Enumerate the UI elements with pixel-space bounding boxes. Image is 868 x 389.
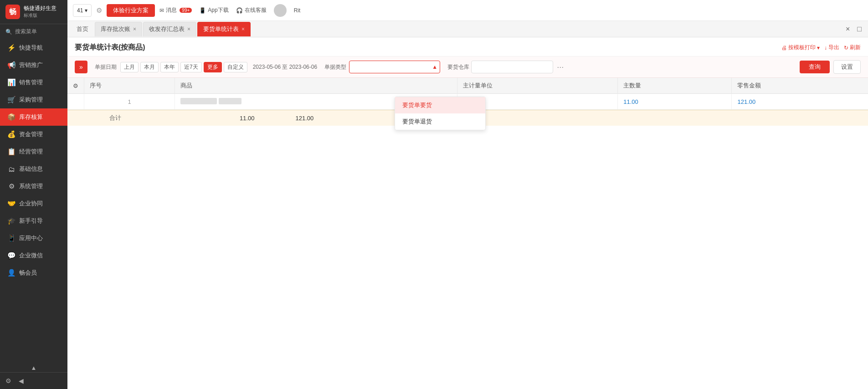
app-title: 畅捷通好生意 <box>24 5 56 12</box>
basic-icon: 🗂 <box>7 165 15 173</box>
messages-item[interactable]: ✉ 消息 99+ <box>159 6 192 14</box>
guide-icon: 🎓 <box>7 217 15 225</box>
org-selector[interactable]: 41 ▾ <box>73 4 92 17</box>
sidebar-item-sales[interactable]: 📊销售管理 <box>0 74 67 91</box>
tab-actions: × □ <box>843 24 864 34</box>
tab-label-order-stats: 要货单统计表 <box>203 25 239 33</box>
main-area: 41 ▾ ⚙ 体验行业方案 ✉ 消息 99+ 📱 App下载 🎧 在线客服 Ri… <box>67 0 868 389</box>
search-menu[interactable]: 🔍 搜索菜单 <box>0 24 67 39</box>
topbar-right: ✉ 消息 99+ 📱 App下载 🎧 在线客服 Rit <box>159 4 300 17</box>
dropdown-item-purchase-return[interactable]: 要货单退货 <box>395 113 485 130</box>
type-select-input[interactable] <box>349 61 440 73</box>
sidebar-item-marketing[interactable]: 📢营销推广 <box>0 56 67 74</box>
th-quantity: 主数量 <box>618 78 732 94</box>
date-btn-3[interactable]: 近7天 <box>180 62 202 72</box>
tab-close-order-stats[interactable]: × <box>241 26 245 32</box>
expand-tabs-button[interactable]: □ <box>854 24 864 34</box>
sidebar-item-finance[interactable]: 💰资金管理 <box>0 126 67 143</box>
sidebar-item-operation[interactable]: 📋经营管理 <box>0 143 67 160</box>
inventory-icon: 📦 <box>7 113 15 121</box>
export-label: 导出 <box>828 44 839 51</box>
tab-receive-summary[interactable]: 收发存汇总表× <box>143 22 196 36</box>
print-chevron-icon: ▾ <box>817 45 820 51</box>
messages-badge: 99+ <box>180 8 192 13</box>
sidebar-item-wechat[interactable]: 💬企业微信 <box>0 247 67 264</box>
close-all-tabs-button[interactable]: × <box>843 24 853 34</box>
sidebar-item-inventory[interactable]: 📦库存核算 <box>0 108 67 126</box>
footer-label: 合计 <box>109 114 121 122</box>
purchase-icon: 🛒 <box>7 96 15 104</box>
app-download-item[interactable]: 📱 App下载 <box>199 6 228 14</box>
type-filter-group: 单据类型 ▲ <box>324 61 440 73</box>
sidebar-item-guide[interactable]: 🎓新手引导 <box>0 212 67 230</box>
footer-amount: 121.00 <box>296 115 314 122</box>
sidebar-scroll-up[interactable]: ▲ <box>0 363 67 372</box>
more-filters-icon[interactable]: ··· <box>555 62 565 72</box>
user-avatar[interactable] <box>274 4 287 17</box>
marketing-icon: 📢 <box>7 61 15 69</box>
date-buttons: 上月本月本年近7天更多自定义 <box>120 62 247 72</box>
sidebar-item-quick-nav[interactable]: ⚡快捷导航 <box>0 39 67 56</box>
sidebar-item-label: 企业协同 <box>19 200 43 208</box>
member-icon: 👤 <box>7 269 15 277</box>
org-value: 41 <box>77 7 83 14</box>
date-btn-2[interactable]: 本年 <box>160 62 179 72</box>
dropdown-item-purchase-order[interactable]: 要货单要货 <box>395 97 485 113</box>
date-btn-0[interactable]: 上月 <box>120 62 139 72</box>
warehouse-filter-label: 要货仓库 <box>447 63 469 71</box>
tab-close-receive-summary[interactable]: × <box>187 26 190 32</box>
settings-button[interactable]: 设置 <box>833 60 861 74</box>
tab-order-stats[interactable]: 要货单统计表× <box>197 22 251 36</box>
query-button[interactable]: 查询 <box>800 61 830 73</box>
filter-expand-button[interactable]: » <box>75 61 87 73</box>
footer-quantity: 11.00 <box>240 115 255 122</box>
app-subtitle: 标准版 <box>24 12 56 19</box>
search-menu-label: 搜索菜单 <box>15 28 37 36</box>
date-btn-1[interactable]: 本月 <box>140 62 159 72</box>
print-button[interactable]: 🖨 按模板打印 ▾ <box>781 44 820 51</box>
topbar-gear-icon[interactable]: ⚙ <box>96 6 102 15</box>
type-filter-label: 单据类型 <box>324 63 346 71</box>
page-content: 要货单统计表(按商品) 🖨 按模板打印 ▾ ↓ 导出 ↻ 刷新 » <box>67 37 868 389</box>
sidebar-item-basic[interactable]: 🗂基础信息 <box>0 160 67 178</box>
tab-inventory-batch[interactable]: 库存批次账× <box>95 22 142 36</box>
user-name: Rit <box>294 7 301 14</box>
sidebar-footer: ⚙ ◀ <box>0 372 67 389</box>
product-blur2 <box>219 98 241 104</box>
warehouse-input[interactable] <box>471 61 553 73</box>
export-button[interactable]: ↓ 导出 <box>824 44 839 51</box>
sidebar-item-app-center[interactable]: 📱应用中心 <box>0 230 67 247</box>
settings-footer-icon[interactable]: ⚙ <box>5 377 11 384</box>
sidebar-header: 畅 畅捷通好生意 标准版 <box>0 0 67 24</box>
collapse-icon[interactable]: ◀ <box>19 377 24 384</box>
sidebar-item-enterprise[interactable]: 🤝企业协同 <box>0 195 67 212</box>
sidebar-item-system[interactable]: ⚙系统管理 <box>0 178 67 195</box>
sales-icon: 📊 <box>7 78 15 87</box>
export-icon: ↓ <box>824 45 827 51</box>
sidebar-item-member[interactable]: 👤畅会员 <box>0 264 67 282</box>
td-amount-0[interactable]: 121.00 <box>732 94 868 110</box>
refresh-button[interactable]: ↻ 刷新 <box>844 44 861 51</box>
date-btn-4[interactable]: 更多 <box>204 62 222 72</box>
tab-close-inventory-batch[interactable]: × <box>133 26 136 32</box>
wechat-icon: 💬 <box>7 251 15 260</box>
finance-icon: 💰 <box>7 130 15 138</box>
sidebar-item-label: 资金管理 <box>19 130 43 138</box>
page-header-actions: 🖨 按模板打印 ▾ ↓ 导出 ↻ 刷新 <box>781 44 861 51</box>
refresh-label: 刷新 <box>850 44 861 51</box>
type-dropdown: 要货单要货要货单退货 <box>395 97 486 130</box>
tab-home[interactable]: 首页 <box>71 22 94 36</box>
td-quantity-0[interactable]: 11.00 <box>618 94 732 110</box>
th-settings: ⚙ <box>67 78 84 94</box>
sidebar-item-label: 企业微信 <box>19 251 43 260</box>
print-icon: 🖨 <box>781 45 787 51</box>
refresh-icon: ↻ <box>844 45 848 51</box>
sidebar: 畅 畅捷通好生意 标准版 🔍 搜索菜单 ⚡快捷导航📢营销推广📊销售管理🛒采购管理… <box>0 0 67 389</box>
sidebar-item-purchase[interactable]: 🛒采购管理 <box>0 91 67 108</box>
date-btn-5[interactable]: 自定义 <box>224 62 247 72</box>
operation-icon: 📋 <box>7 148 15 156</box>
tabbar: 首页库存批次账×收发存汇总表×要货单统计表× × □ <box>67 21 868 37</box>
td-gear-0 <box>67 94 84 110</box>
trial-button[interactable]: 体验行业方案 <box>107 4 155 17</box>
online-service-item[interactable]: 🎧 在线客服 <box>236 6 267 14</box>
